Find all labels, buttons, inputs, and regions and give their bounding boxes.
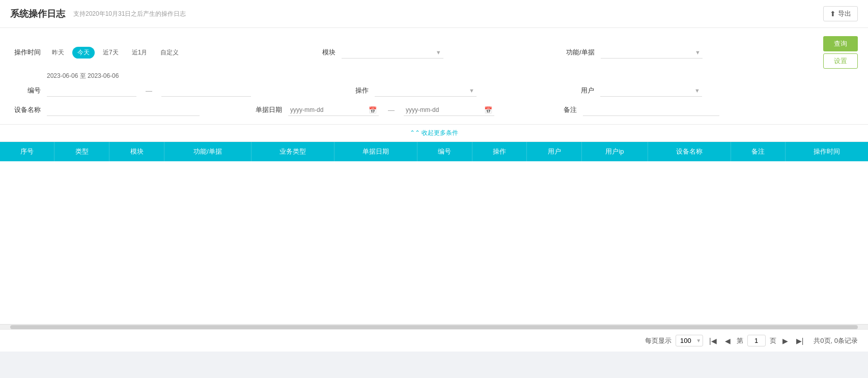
date-to-input[interactable]	[404, 104, 494, 116]
user-select[interactable]	[600, 84, 702, 97]
time-buttons: 昨天 今天 近7天 近1月 自定义	[47, 47, 184, 59]
module-label: 模块	[305, 48, 335, 57]
action-buttons: 查询 设置	[823, 36, 858, 69]
export-icon: ⬆	[830, 10, 836, 18]
query-button[interactable]: 查询	[823, 36, 858, 51]
function-select-wrapper: ▼	[601, 46, 703, 59]
export-button[interactable]: ⬆ 导出	[823, 6, 858, 21]
table-container: 序号 类型 模块 功能/单据 业务类型 单据日期 编号 操作 用户 用户ip 设…	[0, 142, 868, 324]
num-input-from[interactable]	[47, 84, 136, 97]
col-module: 模块	[109, 142, 164, 161]
page-subtitle: 支持2020年10月31日之后产生的操作日志	[73, 10, 186, 18]
col-num: 编号	[417, 142, 472, 161]
col-biz-type: 业务类型	[251, 142, 334, 161]
operation-select[interactable]	[375, 84, 477, 97]
document-date-label: 单据日期	[251, 105, 282, 114]
page-input[interactable]	[747, 335, 766, 346]
filter-row-3: 设备名称 单据日期 📅 — 📅 备注	[10, 104, 858, 116]
date-from-wrapper: 📅	[288, 104, 379, 116]
remark-label: 备注	[546, 105, 577, 114]
last-page-button[interactable]: ▶|	[794, 336, 806, 345]
filter-row-2: 编号 — 操作 ▼ 用户 ▼	[10, 84, 858, 97]
module-select-wrapper: ▼	[342, 46, 443, 59]
date-dash: —	[385, 106, 398, 114]
main-content: 序号 类型 模块 功能/单据 业务类型 单据日期 编号 操作 用户 用户ip 设…	[0, 142, 868, 352]
empty-area	[0, 161, 868, 324]
operation-label: 操作	[338, 86, 369, 95]
horizontal-scrollbar[interactable]	[0, 324, 868, 329]
num-label: 编号	[10, 86, 41, 95]
table-header-row: 序号 类型 模块 功能/单据 业务类型 单据日期 编号 操作 用户 用户ip 设…	[0, 142, 868, 161]
col-operation: 操作	[472, 142, 527, 161]
time-btn-1month[interactable]: 近1月	[127, 47, 153, 59]
remark-input[interactable]	[583, 104, 719, 116]
page-suffix: 页	[770, 336, 776, 345]
function-label: 功能/单据	[564, 48, 595, 57]
prev-page-button[interactable]: ◀	[723, 336, 733, 345]
per-page-label: 每页显示	[645, 336, 671, 345]
next-page-button[interactable]: ▶	[780, 336, 790, 345]
table-header: 序号 类型 模块 功能/单据 业务类型 单据日期 编号 操作 用户 用户ip 设…	[0, 142, 868, 161]
time-btn-today[interactable]: 今天	[72, 47, 95, 59]
scrollbar-inner	[0, 325, 868, 329]
device-label: 设备名称	[10, 105, 41, 114]
module-select[interactable]	[342, 46, 443, 59]
col-user-ip: 用户ip	[582, 142, 648, 161]
scrollbar-thumb	[10, 325, 858, 329]
time-btn-yesterday[interactable]: 昨天	[47, 47, 69, 59]
filter-panel: 操作时间 昨天 今天 近7天 近1月 自定义 模块 ▼ 功能/单据 ▼ 查询	[0, 28, 868, 125]
time-btn-7days[interactable]: 近7天	[98, 47, 124, 59]
collapse-icon: ⌃⌃	[410, 129, 420, 136]
total-label: 共0页, 0条记录	[814, 336, 858, 345]
user-label: 用户	[564, 86, 594, 95]
col-op-time: 操作时间	[786, 142, 868, 161]
data-table: 序号 类型 模块 功能/单据 业务类型 单据日期 编号 操作 用户 用户ip 设…	[0, 142, 868, 161]
first-page-button[interactable]: |◀	[707, 336, 719, 345]
col-remark: 备注	[731, 142, 786, 161]
col-doc-date: 单据日期	[334, 142, 417, 161]
time-label: 操作时间	[10, 48, 41, 57]
function-select[interactable]	[601, 46, 703, 59]
col-user: 用户	[527, 142, 582, 161]
date-from-input[interactable]	[288, 104, 379, 116]
per-page-select[interactable]: 10 20 50 100 200	[676, 335, 703, 346]
pagination-footer: 每页显示 10 20 50 100 200 ▼ |◀ ◀ 第 页 ▶ ▶| 共0…	[0, 329, 868, 352]
date-to-wrapper: 📅	[404, 104, 494, 116]
page-header: 系统操作日志 支持2020年10月31日之后产生的操作日志 ⬆ 导出	[0, 0, 868, 28]
num-input-to[interactable]	[161, 84, 251, 97]
num-dash: —	[143, 87, 155, 95]
settings-button[interactable]: 设置	[823, 53, 858, 69]
col-function: 功能/单据	[164, 142, 251, 161]
collapse-bar[interactable]: ⌃⌃ 收起更多条件	[0, 125, 868, 142]
date-range-text: 2023-06-06 至 2023-06-06	[47, 72, 119, 79]
col-seq: 序号	[0, 142, 54, 161]
col-device: 设备名称	[648, 142, 731, 161]
operation-select-wrapper: ▼	[375, 84, 477, 97]
page-title: 系统操作日志	[10, 8, 65, 20]
export-label: 导出	[838, 9, 851, 18]
collapse-label: 收起更多条件	[422, 129, 458, 136]
time-btn-custom[interactable]: 自定义	[155, 47, 184, 59]
col-type: 类型	[54, 142, 109, 161]
device-input[interactable]	[47, 104, 200, 116]
per-page-wrapper: 10 20 50 100 200 ▼	[676, 335, 703, 346]
user-select-wrapper: ▼	[600, 84, 702, 97]
filter-row-1: 操作时间 昨天 今天 近7天 近1月 自定义 模块 ▼ 功能/单据 ▼ 查询	[10, 36, 858, 69]
page-label: 第	[737, 336, 743, 345]
